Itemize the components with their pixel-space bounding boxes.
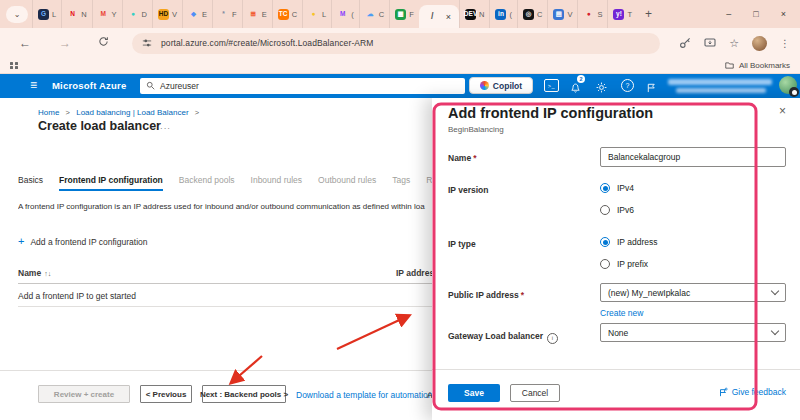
key-icon[interactable] (679, 37, 691, 49)
site-info-icon[interactable] (142, 38, 152, 48)
browser-tab[interactable]: ⊞E (242, 0, 272, 28)
tab-favicon: TC (278, 9, 289, 20)
name-input[interactable]: Balancekalacgroup (600, 147, 786, 167)
breadcrumb-home-link[interactable]: Home (38, 108, 59, 117)
radio-selected-icon (600, 183, 610, 193)
browser-tab[interactable]: ●S (577, 0, 607, 28)
download-template-link[interactable]: Download a template for automation (296, 390, 433, 400)
new-tab-button[interactable]: + (637, 7, 660, 21)
copilot-button[interactable]: Copilot (469, 77, 533, 94)
copilot-icon (480, 81, 489, 90)
install-icon[interactable] (704, 37, 716, 49)
sort-icon: ↑↓ (44, 270, 51, 277)
tab-title: F (409, 10, 414, 19)
browser-tab[interactable]: GL (32, 0, 61, 28)
browser-profile-avatar[interactable] (752, 36, 767, 51)
tab-search-chevron-icon[interactable]: ⌄ (6, 6, 28, 23)
panel-footer-divider (432, 369, 800, 370)
tab-frontend-ip-configuration[interactable]: Frontend IP configuration (59, 175, 163, 191)
back-icon[interactable]: ← (18, 36, 32, 50)
browser-tab[interactable]: MY (92, 0, 122, 28)
tab-close-icon[interactable]: × (446, 12, 451, 22)
forward-icon[interactable]: → (58, 36, 72, 50)
browser-tab[interactable]: ●L (302, 0, 331, 28)
browser-tab[interactable]: DEVN (459, 0, 489, 28)
radio-ipv4[interactable]: IPv4 (600, 183, 634, 193)
close-window-button[interactable]: × (781, 9, 786, 19)
browser-tab[interactable]: y!T (607, 0, 637, 28)
footer-divider (0, 370, 434, 371)
gear-icon[interactable] (596, 79, 607, 97)
radio-ip-address[interactable]: IP address (600, 237, 657, 247)
cloud-shell-icon[interactable]: >_ (544, 79, 559, 92)
tab-favicon: ◆ (188, 9, 199, 20)
browser-tab-active[interactable]: /× (419, 5, 459, 28)
bookmark-star-icon[interactable]: ☆ (729, 37, 739, 50)
azure-brand[interactable]: Microsoft Azure (52, 80, 126, 91)
give-feedback-label: Give feedback (732, 387, 786, 397)
reload-icon[interactable] (96, 36, 110, 50)
save-button[interactable]: Save (448, 384, 500, 402)
feedback-icon[interactable] (646, 79, 657, 97)
all-bookmarks-button[interactable]: All Bookmarks (725, 61, 790, 70)
browser-menu-kebab-icon[interactable]: ⋮ (780, 38, 790, 49)
tab-tags[interactable]: Tags (392, 175, 410, 191)
radio-ipv6-label: IPv6 (617, 205, 634, 215)
public-ip-dropdown[interactable]: (new) My_newIpkalac (600, 283, 786, 302)
next-backend-pools-button[interactable]: Next : Backend pools > (202, 385, 286, 403)
radio-ip-prefix[interactable]: IP prefix (600, 259, 648, 269)
page-title-ellipsis-icon[interactable]: ··· (160, 124, 171, 133)
browser-tab[interactable]: *F (212, 0, 242, 28)
browser-tab[interactable]: ☁C (359, 0, 389, 28)
browser-tab[interactable]: TCC (272, 0, 302, 28)
chevron-down-icon (771, 327, 779, 335)
plus-icon: + (18, 236, 24, 247)
breadcrumb-section-link[interactable]: Load balancing | Load Balancer (76, 108, 188, 117)
apps-grid-icon[interactable] (10, 62, 18, 70)
required-asterisk: * (521, 290, 524, 300)
close-icon[interactable]: × (779, 104, 786, 118)
radio-ip-prefix-label: IP prefix (617, 259, 648, 269)
feedback-flag-icon (718, 387, 728, 397)
gateway-lb-dropdown[interactable]: None (600, 323, 786, 342)
azure-search-value: Azureuser (160, 81, 199, 91)
bookmarks-bar: All Bookmarks (0, 58, 800, 74)
tab-favicon: DEV (465, 9, 476, 20)
previous-button[interactable]: < Previous (140, 385, 192, 403)
azure-search-input[interactable]: Azureuser (140, 78, 465, 94)
browser-tab[interactable]: ▦F (389, 0, 419, 28)
create-new-link[interactable]: Create new (600, 308, 643, 318)
browser-tab[interactable]: M( (331, 0, 359, 28)
table-header-name[interactable]: Name↑↓ (18, 268, 51, 278)
browser-tab[interactable]: HDV (152, 0, 182, 28)
panel-subtitle: BeginBalancing (448, 125, 504, 134)
radio-ipv6[interactable]: IPv6 (600, 205, 634, 215)
cancel-button[interactable]: Cancel (510, 384, 560, 402)
tab-outbound-rules[interactable]: Outbound rules (318, 175, 376, 191)
info-icon[interactable]: i (547, 333, 558, 344)
hamburger-icon[interactable]: ≡ (30, 78, 37, 92)
tab-favicon: ☁ (365, 9, 376, 20)
browser-tab[interactable]: ◆E (182, 0, 212, 28)
public-ip-label: Public IP address* (448, 290, 524, 300)
browser-tab[interactable]: ◎C (517, 0, 547, 28)
browser-tab[interactable]: ●D (122, 0, 152, 28)
browser-tab[interactable]: NN (61, 0, 91, 28)
help-icon[interactable]: ? (621, 79, 634, 92)
page-title: Create load balancer (38, 119, 161, 133)
give-feedback-link[interactable]: Give feedback (718, 387, 786, 397)
maximize-button[interactable]: □ (753, 9, 758, 19)
address-bar[interactable]: portal.azure.com/#create/Microsoft.LoadB… (132, 33, 660, 54)
tab-basics[interactable]: Basics (18, 175, 43, 191)
tab-inbound-rules[interactable]: Inbound rules (251, 175, 303, 191)
tab-backend-pools[interactable]: Backend pools (179, 175, 235, 191)
ip-type-label: IP type (448, 239, 476, 249)
browser-toolbar: ← → portal.azure.com/#create/Microsoft.L… (0, 28, 800, 58)
tab-title: C (379, 10, 384, 19)
browser-tab[interactable]: in( (489, 0, 517, 28)
add-frontend-ip-link[interactable]: + Add a frontend IP configuration (18, 236, 147, 247)
browser-tab[interactable]: ▤V (547, 0, 577, 28)
review-create-button[interactable]: Review + create (38, 385, 130, 403)
tab-title: E (262, 10, 267, 19)
minimize-button[interactable]: – (726, 9, 731, 19)
